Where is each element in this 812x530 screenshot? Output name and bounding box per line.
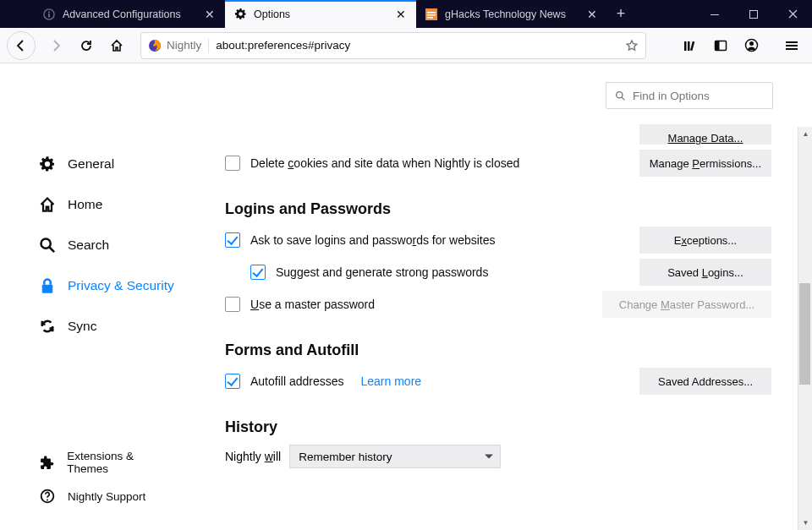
home-icon: [39, 196, 56, 213]
change-master-password-button: Change Master Password...: [602, 291, 771, 318]
home-button[interactable]: [103, 32, 130, 59]
svg-rect-21: [42, 285, 53, 293]
tab-strip: Advanced Configurations ✕ Options ✕ gHac…: [0, 0, 695, 28]
manage-data-button[interactable]: Manage Data...: [639, 124, 771, 145]
tab-label: Advanced Configurations: [63, 8, 196, 20]
scroll-up-icon[interactable]: ▲: [798, 127, 812, 141]
site-icon: [425, 8, 438, 21]
reload-button[interactable]: [73, 32, 100, 59]
close-icon[interactable]: ✕: [585, 8, 599, 21]
identity-box[interactable]: Nightly: [148, 39, 201, 52]
preferences-pane: Manage Data... Delete cookies and site d…: [195, 63, 812, 530]
svg-rect-1: [48, 14, 50, 17]
ask-save-logins-checkbox[interactable]: [225, 232, 240, 248]
sidebar-item-extensions[interactable]: Extensions & Themes: [0, 445, 195, 479]
section-logins-title: Logins and Passwords: [225, 200, 805, 218]
tab-label: Options: [254, 8, 387, 20]
exceptions-button[interactable]: Exceptions...: [639, 227, 771, 254]
minimize-button[interactable]: [695, 0, 734, 28]
autofill-addresses-checkbox[interactable]: [225, 374, 240, 389]
bookmark-star-icon[interactable]: [625, 39, 639, 52]
saved-addresses-button[interactable]: Saved Addresses...: [639, 368, 771, 395]
svg-rect-5: [427, 14, 436, 16]
autofill-addresses-label: Autofill addresses: [250, 374, 344, 388]
svg-rect-6: [427, 17, 433, 19]
find-input[interactable]: [633, 90, 776, 102]
sidebar-item-label: Extensions & Themes: [67, 450, 174, 475]
svg-point-20: [41, 239, 51, 249]
svg-rect-12: [690, 41, 694, 50]
delete-cookies-label: Delete cookies and site data when Nightl…: [250, 156, 519, 170]
account-button[interactable]: [738, 32, 765, 59]
sidebar-item-sync[interactable]: Sync: [0, 306, 195, 347]
svg-point-24: [617, 91, 623, 97]
preferences-sidebar: General Home Search Privacy & Security S…: [0, 63, 195, 530]
svg-rect-8: [750, 10, 758, 18]
sidebar-item-label: Home: [68, 197, 102, 212]
close-icon[interactable]: ✕: [203, 8, 217, 21]
url-bar[interactable]: Nightly about:preferences#privacy: [140, 32, 646, 59]
section-history-title: History: [225, 418, 805, 436]
delete-cookies-checkbox[interactable]: [225, 156, 240, 171]
saved-logins-button[interactable]: Saved Logins...: [639, 259, 771, 286]
sidebar-item-label: Nightly Support: [68, 490, 145, 503]
close-window-button[interactable]: [773, 0, 812, 28]
sidebar-item-privacy[interactable]: Privacy & Security: [0, 265, 195, 306]
suggest-passwords-checkbox[interactable]: [250, 265, 266, 280]
new-tab-button[interactable]: +: [607, 0, 634, 28]
tab-options[interactable]: Options ✕: [225, 0, 416, 28]
back-button[interactable]: [7, 31, 36, 60]
scrollbar[interactable]: ▲ ▼: [798, 127, 812, 530]
learn-more-link[interactable]: Learn more: [361, 374, 422, 388]
gear-icon: [233, 8, 247, 21]
svg-rect-4: [427, 12, 436, 14]
scroll-down-icon[interactable]: ▼: [798, 516, 812, 530]
svg-rect-7: [710, 14, 719, 15]
firefox-icon: [148, 39, 162, 52]
sidebar-item-label: Search: [68, 238, 109, 253]
content: General Home Search Privacy & Security S…: [0, 63, 812, 530]
scrollbar-thumb[interactable]: [799, 283, 810, 385]
section-forms-title: Forms and Autofill: [225, 341, 805, 359]
tab-advanced-configurations[interactable]: Advanced Configurations ✕: [34, 0, 225, 28]
window-controls: [695, 0, 812, 28]
close-icon[interactable]: ✕: [394, 8, 408, 21]
menu-button[interactable]: [778, 32, 805, 59]
library-button[interactable]: [677, 32, 704, 59]
separator: [208, 38, 209, 53]
sidebar-item-search[interactable]: Search: [0, 225, 195, 265]
puzzle-icon: [39, 455, 55, 470]
sidebar-button[interactable]: [707, 32, 734, 59]
titlebar: Advanced Configurations ✕ Options ✕ gHac…: [0, 0, 812, 28]
sidebar-item-home[interactable]: Home: [0, 184, 195, 225]
find-in-options-field[interactable]: [606, 82, 773, 109]
svg-point-16: [749, 41, 754, 46]
url-text: about:preferences#privacy: [216, 39, 618, 52]
tab-ghacks[interactable]: gHacks Technology News ✕: [416, 0, 607, 28]
sidebar-item-label: General: [68, 156, 114, 172]
nightly-will-label: Nightly will: [225, 450, 281, 463]
svg-rect-2: [48, 11, 50, 13]
lock-icon: [39, 277, 56, 294]
forward-button[interactable]: [42, 32, 69, 59]
svg-rect-17: [786, 41, 798, 43]
sidebar-item-support[interactable]: Nightly Support: [0, 479, 195, 513]
sidebar-item-label: Sync: [68, 319, 96, 334]
svg-point-23: [47, 499, 48, 500]
history-mode-select[interactable]: Remember history: [289, 445, 501, 468]
sidebar-item-label: Privacy & Security: [68, 278, 174, 293]
brand-label: Nightly: [167, 39, 201, 52]
manage-permissions-button[interactable]: Manage Permissions...: [639, 150, 771, 177]
select-value: Remember history: [299, 451, 392, 463]
tab-label: gHacks Technology News: [445, 8, 579, 20]
search-icon: [615, 90, 626, 101]
use-master-password-checkbox[interactable]: [225, 297, 240, 312]
help-icon: [39, 489, 56, 504]
ask-save-logins-label: Ask to save logins and passwords for web…: [250, 233, 496, 247]
svg-rect-10: [684, 41, 687, 51]
maximize-button[interactable]: [734, 0, 773, 28]
svg-rect-14: [716, 41, 720, 50]
sidebar-item-general[interactable]: General: [0, 144, 195, 184]
svg-rect-19: [786, 48, 798, 50]
toolbar: Nightly about:preferences#privacy: [0, 28, 812, 63]
